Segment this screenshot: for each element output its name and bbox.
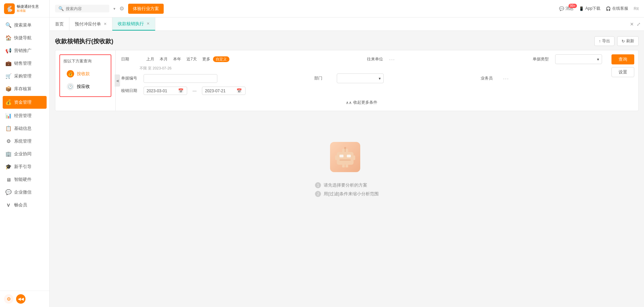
app-label: App下载 [585, 6, 600, 11]
tab-prepay[interactable]: 预付冲应付单 ✕ [69, 17, 112, 31]
topbar-search-box[interactable]: 🔍 [55, 5, 109, 12]
doc-type-select[interactable]: ▾ [555, 54, 602, 64]
svg-rect-3 [339, 159, 351, 161]
counterparty-dots: ··· [389, 57, 395, 62]
sidebar-item-enterprise[interactable]: 🏢 企业协同 [0, 148, 49, 160]
sidebar-item-shortcut[interactable]: 🏠 快捷导航 [0, 32, 49, 44]
gear-icon[interactable]: ⚙ [119, 5, 124, 12]
settings-icon[interactable]: ⚙ [4, 294, 13, 304]
panel-collapse-arrow[interactable]: ◀ [115, 74, 120, 87]
solution-button[interactable]: 体验行业方案 [128, 4, 164, 14]
date-this-month[interactable]: 本月 [157, 56, 170, 63]
tab-receipt-close-icon[interactable]: ✕ [147, 21, 150, 26]
doc-number-label: 单据编号 [121, 75, 140, 81]
sidebar-item-label: 快捷导航 [14, 35, 32, 41]
search-input[interactable] [66, 6, 106, 11]
date-label: 日期 [121, 56, 140, 62]
tabbar: 首页 预付冲应付单 ✕ 收款核销执行 ✕ ✕ ⤢ [50, 17, 644, 31]
query-by-receipt[interactable]: 💰 按收款 [63, 67, 107, 80]
sidebar-item-operation[interactable]: 📊 经营管理 [0, 109, 49, 122]
dept-select[interactable]: ▾ [337, 73, 384, 83]
date-7days[interactable]: 近7天 [184, 56, 200, 63]
tab-home[interactable]: 首页 [50, 17, 69, 31]
svg-rect-5 [353, 155, 355, 160]
date-this-year[interactable]: 本年 [170, 56, 184, 63]
sidebar-item-marketing[interactable]: 📢 营销推广 [0, 44, 49, 57]
page-content: 收款核销执行(按收款) ↑ 导出 ↻ 刷新 按以下方案查询 💰 [50, 31, 644, 307]
sidebar-item-finance[interactable]: 💰 资金管理 [3, 96, 47, 109]
sidebar-item-wechat[interactable]: 💬 企业微信 [0, 186, 49, 199]
writeoff-date-label: 核销日期 [121, 88, 140, 94]
sidebar: 🐇 畅捷通好生意 标准版 🔍 搜索菜单 🏠 快捷导航 📢 营销推广 💼 销售管理… [0, 0, 50, 307]
refresh-label: 刷新 [626, 38, 634, 44]
app-download-button[interactable]: 📱 App下载 [579, 6, 600, 11]
topbar: 🔍 ▾ ⚙ 体验行业方案 💬 消息 99+ 📱 App下载 🎧 在线客服 Rit [50, 0, 644, 17]
inventory-icon: 📦 [5, 86, 11, 92]
close-window-icon[interactable]: ✕ [630, 21, 634, 27]
date-last-month[interactable]: 上月 [144, 56, 157, 63]
tab-prepay-close-icon[interactable]: ✕ [104, 22, 107, 26]
svg-rect-7 [345, 165, 348, 167]
system-icon: ⚙ [5, 138, 11, 144]
date-options: 上月 本月 本年 近7天 更多 自定义 [144, 56, 229, 63]
sidebar-item-label: 系统管理 [14, 138, 32, 144]
logo-line2: 标准版 [17, 9, 39, 13]
calendar-from-icon[interactable]: 📅 [178, 88, 183, 93]
calendar-to-icon[interactable]: 📅 [236, 88, 242, 93]
empty-tip-2: 2 用[过滤]条件来缩小分析范围 [315, 191, 378, 197]
sidebar-item-inventory[interactable]: 📦 库存核算 [0, 83, 49, 95]
sidebar-item-search[interactable]: 🔍 搜索菜单 [0, 19, 49, 32]
message-button[interactable]: 💬 消息 99+ [559, 6, 574, 11]
sidebar-item-basic[interactable]: 📋 基础信息 [0, 122, 49, 135]
topbar-actions: 💬 消息 99+ 📱 App下载 🎧 在线客服 Rit [559, 6, 639, 11]
sidebar-item-purchase[interactable]: 🛒 采购管理 [0, 70, 49, 83]
empty-robot-icon [330, 142, 360, 172]
empty-tip-1: 1 请先选择要分析的方案 [315, 182, 378, 188]
sidebar-item-sales[interactable]: 💼 销售管理 [0, 57, 49, 70]
member-icon: V [5, 202, 11, 208]
writeoff-date-from[interactable]: 📅 [144, 87, 187, 95]
svg-rect-4 [335, 155, 337, 160]
dropdown-chevron-icon[interactable]: ▾ [113, 6, 115, 11]
sidebar-item-member[interactable]: V 畅会员 [0, 199, 49, 211]
sidebar-item-hardware[interactable]: 🖥 智能硬件 [0, 173, 49, 186]
online-service-button[interactable]: 🎧 在线客服 [606, 6, 628, 11]
refresh-button[interactable]: ↻ 刷新 [617, 36, 639, 46]
sidebar-item-label: 营销推广 [14, 48, 32, 54]
writeoff-to-input[interactable] [205, 89, 235, 93]
sidebar-item-system[interactable]: ⚙ 系统管理 [0, 135, 49, 148]
logo-emoji: 🐇 [6, 5, 13, 12]
date-custom-tag[interactable]: 自定义 [213, 56, 229, 62]
writeoff-from-input[interactable] [147, 89, 177, 93]
doc-number-input[interactable] [144, 74, 217, 83]
home-icon: 🏠 [5, 35, 11, 41]
writeoff-date-to[interactable]: 📅 [202, 87, 246, 95]
expand-icon[interactable]: ⤢ [637, 21, 641, 27]
tab-end-icons: ✕ ⤢ [630, 21, 644, 27]
sidebar-item-label: 畅会员 [14, 202, 27, 208]
setting-button[interactable]: 设置 [611, 67, 634, 77]
wechat-icon: 💬 [5, 189, 11, 195]
tab-receipt[interactable]: 收款核销执行 ✕ [112, 17, 155, 31]
query-button[interactable]: 查询 [611, 54, 634, 64]
page-header: 收款核销执行(按收款) ↑ 导出 ↻ 刷新 [55, 36, 639, 46]
hardware-icon: 🖥 [5, 176, 11, 183]
operation-icon: 📊 [5, 113, 11, 119]
query-by-receivable[interactable]: 🕐 按应收 [63, 80, 107, 93]
receipt-icon: 💰 [67, 70, 74, 78]
sidebar-collapse-button[interactable]: ◀◀ [16, 294, 25, 304]
collapse-more-button[interactable]: ∧∧ 收起更多条件 [342, 98, 381, 107]
user-label[interactable]: Rit [634, 6, 639, 11]
sidebar-item-guide[interactable]: 🎓 新手引导 [0, 160, 49, 173]
by-receipt-label: 按收款 [77, 71, 90, 77]
service-icon: 🎧 [606, 6, 611, 11]
doc-type-chevron-icon: ▾ [597, 57, 599, 62]
date-more[interactable]: 更多 [200, 56, 213, 63]
query-type-title: 按以下方案查询 [63, 58, 107, 64]
export-button[interactable]: ↑ 导出 [594, 36, 614, 46]
tab-prepay-label: 预付冲应付单 [75, 21, 101, 27]
svg-rect-1 [339, 155, 343, 157]
sidebar-item-label: 库存核算 [14, 86, 32, 92]
date-range-text: 不限 至 2023-07-26 [140, 66, 171, 70]
page-title: 收款核销执行(按收款) [55, 37, 113, 45]
